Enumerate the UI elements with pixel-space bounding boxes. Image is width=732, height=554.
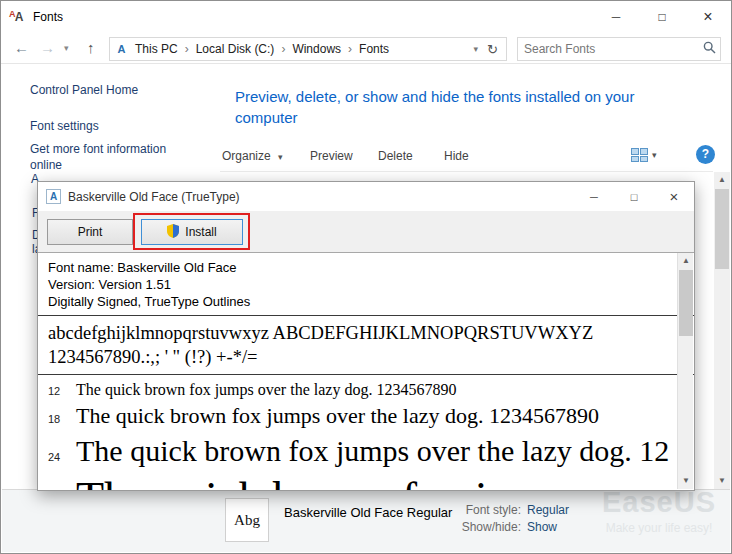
font-name-line: Font name: Baskerville Old Face [48,259,664,276]
delete-button[interactable]: Delete [378,149,413,163]
window-title: Fonts [33,10,63,24]
divider [38,374,694,375]
alphabet-sample-line-2: 1234567890.:,; ' " (!?) +-*/= [48,345,664,369]
sample-text: The quick brown fox jumps over [76,472,680,490]
sample-row-24pt: 24 The quick brown fox jumps over the la… [48,432,664,469]
alphabet-sample-line-1: abcdefghijklmnopqrstuvwxyz ABCDEFGHIJKLM… [48,321,664,345]
close-button[interactable]: × [685,1,731,33]
dialog-font-icon: A [46,189,61,204]
font-style-value: Regular [527,503,569,517]
breadcrumb-separator: › [343,42,357,56]
sidebar-item-control-panel-home[interactable]: Control Panel Home [30,82,138,98]
organize-label: Organize [222,149,271,163]
fonts-app-icon: A A [11,9,27,25]
view-grid-icon [631,148,649,162]
search-box[interactable] [517,37,721,61]
breadcrumb-this-pc[interactable]: This PC [133,42,180,56]
refresh-icon[interactable]: ↻ [483,42,502,57]
hide-button[interactable]: Hide [444,149,469,163]
dialog-preview-content: Font name: Baskerville Old Face Version:… [38,252,694,490]
change-view-button[interactable]: ▾ [631,148,657,162]
fonts-window: A A Fonts ─ □ × ← → ▾ ↑ A This PC › Loca… [0,0,732,554]
selected-font-name: Baskerville Old Face Regular [284,505,452,520]
sample-text: The quick brown fox jumps over the lazy … [76,380,456,400]
divider [38,315,694,316]
scroll-up-icon[interactable]: ▲ [714,172,730,188]
sample-size-label: 24 [48,451,76,463]
organize-caret-icon: ▾ [278,152,283,162]
preview-button[interactable]: Preview [310,149,353,163]
sample-size-label: 12 [48,385,76,397]
dialog-scroll-down-icon[interactable]: ▼ [678,473,694,489]
font-style-label: Font style: [451,503,521,517]
font-preview-tile: Abg [225,498,269,542]
dialog-scroll-up-icon[interactable]: ▲ [678,253,694,269]
font-version-line: Version: Version 1.51 [48,276,664,293]
dialog-minimize-button[interactable]: ─ [574,182,614,211]
address-bar[interactable]: A This PC › Local Disk (C:) › Windows › … [109,37,507,61]
dialog-scrollbar-thumb[interactable] [679,270,693,336]
search-icon[interactable] [698,40,720,58]
install-button[interactable]: Install [141,219,243,245]
dialog-maximize-button[interactable]: □ [614,182,654,211]
show-hide-label: Show/hide: [451,520,521,534]
main-scrollbar-thumb[interactable] [715,189,729,269]
title-bar: A A Fonts ─ □ × [1,1,731,33]
maximize-button[interactable]: □ [639,1,685,33]
dialog-scrollbar[interactable]: ▲ ▼ [677,253,693,489]
navigation-bar: ← → ▾ ↑ A This PC › Local Disk (C:) › Wi… [1,33,731,64]
dialog-title-bar: A Baskerville Old Face (TrueType) ─ □ × [38,182,694,211]
up-button[interactable]: ↑ [87,39,95,56]
sidebar-item-get-more-font-info[interactable]: Get more font information online [30,141,188,173]
details-pane [2,489,730,552]
sidebar-item-font-settings[interactable]: Font settings [30,118,99,134]
scroll-down-icon[interactable]: ▼ [714,473,730,489]
dialog-window-controls: ─ □ × [574,182,694,211]
sample-text: The quick brown fox jumps over the lazy … [76,432,669,469]
dialog-close-button[interactable]: × [654,182,694,211]
dialog-button-row: Print Install [38,211,694,252]
print-button[interactable]: Print [47,219,133,245]
minimize-button[interactable]: ─ [593,1,639,33]
breadcrumb-fonts[interactable]: Fonts [357,42,391,56]
sample-row-36pt: 36 The quick brown fox jumps over [48,472,664,490]
page-title: Preview, delete, or show and hide the fo… [235,86,690,128]
back-button[interactable]: ← [14,39,29,56]
sample-row-12pt: 12 The quick brown fox jumps over the la… [48,380,664,400]
main-scrollbar[interactable]: ▲ ▼ [714,172,730,489]
address-fonts-icon: A [114,42,129,57]
sample-size-label: 18 [48,413,76,425]
forward-button[interactable]: → [40,39,55,56]
font-signature-line: Digitally Signed, TrueType Outlines [48,293,664,310]
window-controls: ─ □ × [593,1,731,33]
view-caret-icon: ▾ [652,150,657,160]
breadcrumb-windows[interactable]: Windows [290,42,343,56]
sample-text: The quick brown fox jumps over the lazy … [76,402,599,429]
show-hide-value: Show [527,520,557,534]
address-dropdown-icon[interactable]: ▾ [469,44,484,54]
organize-button[interactable]: Organize ▾ [222,149,283,163]
breadcrumb-local-disk[interactable]: Local Disk (C:) [194,42,277,56]
dialog-title: Baskerville Old Face (TrueType) [68,190,574,204]
breadcrumb-separator: › [180,42,194,56]
font-preview-dialog: A Baskerville Old Face (TrueType) ─ □ × … [37,181,695,491]
app-icon-red-letter: A [9,6,16,22]
breadcrumb-separator: › [276,42,290,56]
uac-shield-icon [167,224,179,241]
search-input[interactable] [518,42,698,56]
history-dropdown-icon[interactable]: ▾ [64,43,69,53]
help-button[interactable]: ? [696,145,715,164]
install-label: Install [185,225,216,239]
sample-row-18pt: 18 The quick brown fox jumps over the la… [48,402,664,429]
